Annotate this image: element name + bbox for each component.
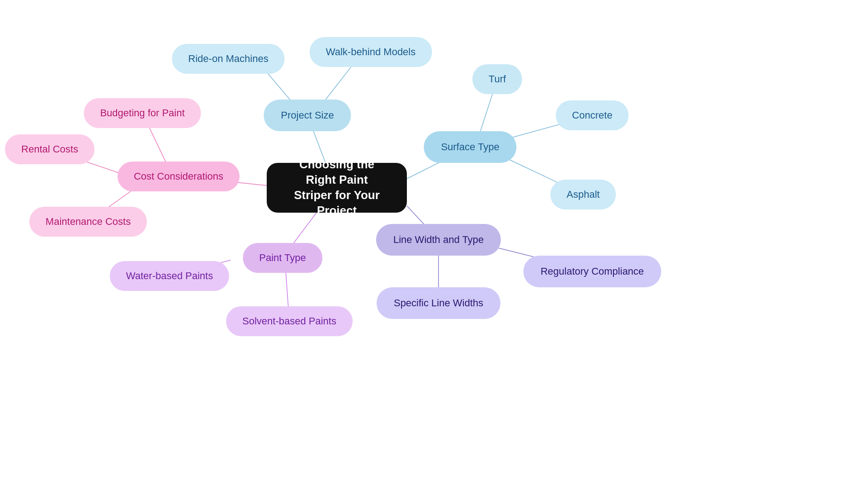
ride-on-node[interactable]: Ride-on Machines — [172, 44, 284, 74]
budgeting-node[interactable]: Budgeting for Paint — [84, 98, 201, 128]
project-size-node[interactable]: Project Size — [264, 100, 351, 131]
concrete-node[interactable]: Concrete — [556, 100, 628, 130]
regulatory-node[interactable]: Regulatory Compliance — [524, 256, 661, 287]
turf-node[interactable]: Turf — [472, 64, 522, 94]
cost-considerations-node[interactable]: Cost Considerations — [118, 162, 240, 191]
center-node[interactable]: Choosing the Right PaintStriper for Your… — [267, 163, 407, 213]
maintenance-costs-node[interactable]: Maintenance Costs — [29, 207, 147, 237]
walk-behind-node[interactable]: Walk-behind Models — [310, 37, 432, 67]
water-based-node[interactable]: Water-based Paints — [110, 261, 229, 291]
rental-costs-node[interactable]: Rental Costs — [5, 134, 94, 164]
solvent-based-node[interactable]: Solvent-based Paints — [226, 306, 353, 336]
surface-type-node[interactable]: Surface Type — [424, 131, 516, 163]
line-width-node[interactable]: Line Width and Type — [376, 224, 501, 256]
asphalt-node[interactable]: Asphalt — [550, 180, 616, 209]
paint-type-node[interactable]: Paint Type — [243, 243, 322, 273]
specific-widths-node[interactable]: Specific Line Widths — [377, 287, 500, 319]
